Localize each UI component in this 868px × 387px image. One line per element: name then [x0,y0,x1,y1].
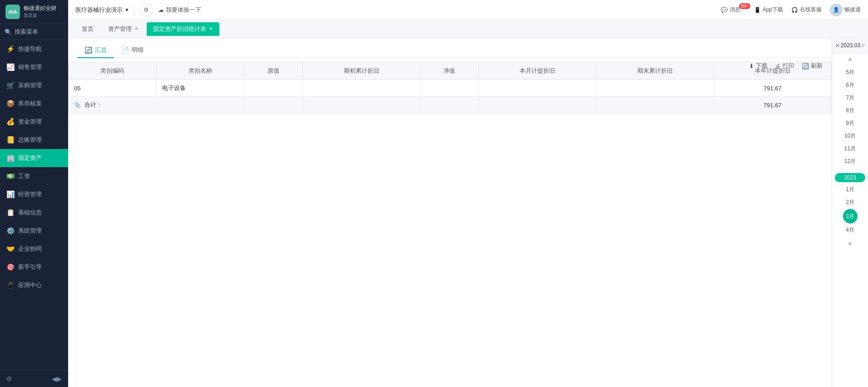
sidebar: AtA 畅捷通好业财 普及版 🔍 搜索菜单 ⚡ 快捷导航 📈 销售管理 🛒 采购… [0,0,68,387]
app-download-icon: 📱 [754,7,761,13]
sidebar-item-cooperation[interactable]: 🤝 企业协同 [0,240,68,258]
date-section-2023: 2023 1月 2月 3月 4月 [832,170,868,238]
message-badge: 99+ [739,3,750,9]
sidebar-item-guide[interactable]: 🎯 新手引导 [0,258,68,276]
panel-expand-button[interactable]: ⤢ [861,42,865,49]
table-total-row: 📎 合计： 791.67 [69,97,832,114]
sub-tab-summary[interactable]: 🔄 汇总 [77,43,114,58]
app-logo-text: 畅捷通好业财 普及版 [24,5,56,19]
cell-name: 电子设备 [156,80,244,97]
sidebar-item-label: 企业协同 [18,245,42,253]
system-icon: ⚙️ [6,227,15,235]
settings-bottom-icon[interactable]: ⚙ [6,375,12,382]
scroll-down-button[interactable]: ▼ [845,238,855,249]
cooperation-icon: 🤝 [6,245,15,253]
tab-depreciation-close[interactable]: ✕ [209,26,213,32]
sidebar-item-label: 采购管理 [18,81,42,89]
settings-icon: ⚙ [144,6,149,13]
quick-nav-icon: ⚡ [6,45,15,53]
month-2-2023[interactable]: 2月 [835,196,865,208]
sidebar-item-ledger[interactable]: 📒 总账管理 [0,131,68,149]
cell-net [420,80,478,97]
month-12[interactable]: 12月 [835,155,865,168]
collapse-icon[interactable]: ◀▶ [52,375,62,382]
app-download-button[interactable]: 📱 App下载 [754,6,783,14]
sidebar-item-sales[interactable]: 📈 销售管理 [0,58,68,76]
sub-tabbar: 🔄 汇总 📄 明细 [68,38,832,58]
sidebar-item-label: 工资 [18,172,30,180]
col-end-accum: 期末累计折旧 [596,62,714,80]
refresh-button[interactable]: 🔄 刷新 [802,62,823,70]
ledger-icon: 📒 [6,136,15,144]
sidebar-item-quick-nav[interactable]: ⚡ 快捷导航 [0,40,68,58]
search-menu[interactable]: 🔍 搜索菜单 [0,24,68,40]
month-6[interactable]: 6月 [835,79,865,91]
sidebar-item-label: 资金管理 [18,118,42,126]
online-service-button[interactable]: 🎧 在线客服 [791,6,822,14]
sidebar-item-label: 库存核算 [18,99,42,108]
sidebar-item-app-center[interactable]: 📱 应用中心 [0,276,68,294]
month-8[interactable]: 8月 [835,104,865,117]
inventory-icon: 📦 [6,99,15,108]
sidebar-item-basic-info[interactable]: 📋 基础信息 [0,203,68,222]
cloud-icon: ☁ [158,6,164,13]
cell-code: 05 [69,80,157,97]
headset-icon: 🎧 [791,7,798,13]
month-3-2023[interactable]: 3月 [843,209,858,223]
month-9[interactable]: 9月 [835,117,865,129]
sidebar-item-funds[interactable]: 💰 资金管理 [0,113,68,131]
col-month-deprec: 本月计提折旧 [478,62,596,80]
sidebar-item-purchase[interactable]: 🛒 采购管理 [0,76,68,94]
month-5[interactable]: 5月 [835,66,865,79]
tab-asset-mgmt-label: 资产管理 [108,25,132,33]
month-4-2023[interactable]: 4月 [835,224,865,236]
summary-icon: 🔄 [84,46,92,54]
sidebar-item-inventory[interactable]: 📦 库存核算 [0,94,68,113]
sidebar-bottom: ⚙ ◀▶ [0,370,68,387]
message-icon: 💬 [721,7,728,13]
sidebar-item-fixed-assets[interactable]: 🏢 固定资产 [0,149,68,167]
col-name: 类别名称 [156,62,244,80]
company-selector[interactable]: 医疗器械行业演示 ▾ [75,6,129,14]
month-7[interactable]: 7月 [835,92,865,104]
sidebar-item-label: 经营管理 [18,190,42,198]
table-row: 05 电子设备 791.67 [69,80,832,97]
avatar: 👤 [830,4,843,16]
payroll-icon: 💵 [6,172,15,180]
cell-year-deprec: 791.67 [714,80,831,97]
panel-close-button[interactable]: ✕ [835,42,840,49]
sidebar-item-label: 应用中心 [18,281,42,289]
table-header-row: 类别编码 类别名称 原值 期初累计折旧 净值 本月计提折旧 期末累计折旧 本年计… [69,62,832,80]
tab-asset-mgmt[interactable]: 资产管理 ✕ [102,22,145,36]
tab-asset-mgmt-close[interactable]: ✕ [134,26,139,32]
sub-tab-detail[interactable]: 📄 明细 [114,43,151,58]
detail-icon: 📄 [121,46,129,54]
month-10[interactable]: 10月 [835,130,865,142]
total-net [420,97,478,114]
user-button[interactable]: 👤 畅捷通 [830,4,861,16]
tab-fixed-asset-depreciation[interactable]: 固定资产折旧统计表 ✕ [147,22,219,36]
cell-month-deprec [478,80,596,97]
tab-depreciation-label: 固定资产折旧统计表 [153,25,206,33]
year-2023-label: 2023 [835,173,865,182]
message-button[interactable]: 💬 消息 99+ [721,6,746,14]
total-year-deprec: 791.67 [714,97,831,114]
month-1-2023[interactable]: 1月 [835,184,865,196]
tab-home[interactable]: 首页 [75,22,100,36]
col-original: 原值 [244,62,303,80]
print-button[interactable]: 🖨 打印 [775,62,794,70]
table-wrapper: 类别编码 类别名称 原值 期初累计折旧 净值 本月计提折旧 期末累计折旧 本年计… [68,62,832,387]
sidebar-item-system[interactable]: ⚙️ 系统管理 [0,222,68,240]
app-download-label: App下载 [763,6,783,14]
topbar-settings-button[interactable]: ⚙ [140,4,153,16]
date-panel-title: 2023.03 [841,42,860,49]
experience-button[interactable]: ☁ 我要体验一下 [158,6,201,14]
download-button[interactable]: ⬇ 下载 [749,62,768,70]
scroll-up-button[interactable]: ▲ [845,53,855,64]
date-panel: ✕ 2023.03 ⤢ ▲ 5月 6月 7月 8月 9月 10月 11月 12月… [832,38,868,387]
toolbar: ⬇ 下载 🖨 打印 🔄 刷新 [749,62,823,70]
month-11[interactable]: 11月 [835,143,865,155]
sidebar-item-operations[interactable]: 📊 经营管理 [0,185,68,203]
sidebar-item-payroll[interactable]: 💵 工资 [0,167,68,185]
tab-home-label: 首页 [82,25,94,33]
